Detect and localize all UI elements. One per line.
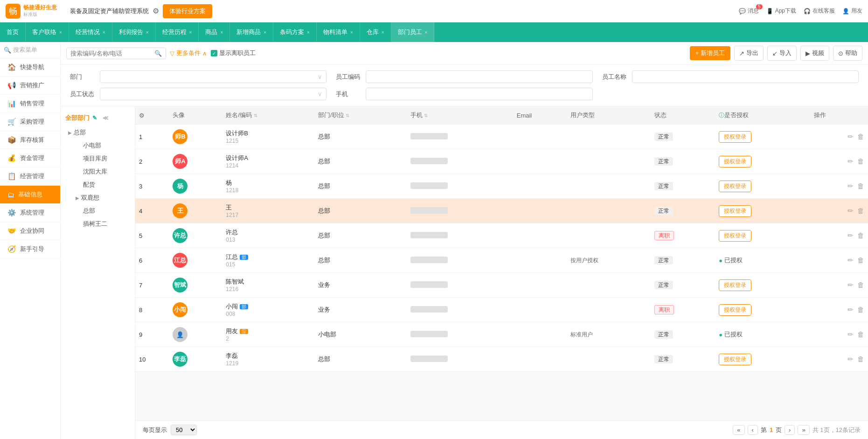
dept-item-配货[interactable]: 配货 bbox=[61, 178, 135, 191]
col-header-name_code[interactable]: 姓名/编码 ⇅ bbox=[222, 106, 314, 125]
edit-button[interactable]: ✏ bbox=[847, 281, 854, 289]
delete-button[interactable]: 🗑 bbox=[857, 207, 864, 215]
auth-button[interactable]: 授权登录 bbox=[719, 354, 751, 365]
add-employee-button[interactable]: + 新增员工 bbox=[690, 46, 730, 60]
message-button[interactable]: 💬 消息 5 bbox=[739, 7, 759, 15]
nav-tab-商品[interactable]: 商品× bbox=[199, 22, 230, 42]
edit-button[interactable]: ✏ bbox=[847, 306, 854, 314]
next-page-button[interactable]: › bbox=[785, 425, 795, 435]
sidebar-item-库存核算[interactable]: 📦库存核算 bbox=[0, 131, 60, 149]
export-button[interactable]: ↗ 导出 bbox=[734, 46, 764, 61]
view-button[interactable]: ▶ 视频 bbox=[800, 46, 829, 61]
delete-button[interactable]: 🗑 bbox=[857, 330, 864, 339]
close-tab-icon[interactable]: × bbox=[220, 30, 223, 35]
sidebar-item-采购管理[interactable]: 🛒采购管理 bbox=[0, 113, 60, 131]
dept-item-插树王二[interactable]: 插树王二 bbox=[61, 217, 135, 230]
delete-button[interactable]: 🗑 bbox=[857, 157, 864, 166]
sidebar-item-系统管理[interactable]: ⚙️系统管理 bbox=[0, 204, 60, 222]
nav-tab-客户联络[interactable]: 客户联络× bbox=[26, 22, 69, 42]
auth-button[interactable]: 授权登录 bbox=[719, 205, 751, 217]
close-tab-icon[interactable]: × bbox=[189, 30, 192, 35]
employee-status-select[interactable]: ∨ bbox=[100, 88, 326, 100]
auth-button[interactable]: 授权登录 bbox=[719, 304, 751, 316]
close-tab-icon[interactable]: × bbox=[264, 30, 266, 35]
edit-button[interactable]: ✏ bbox=[847, 355, 854, 363]
close-tab-icon[interactable]: × bbox=[103, 30, 105, 35]
edit-button[interactable]: ✏ bbox=[847, 157, 854, 166]
close-tab-icon[interactable]: × bbox=[382, 30, 384, 35]
experience-button[interactable]: 体验行业方案 bbox=[163, 4, 212, 18]
info-icon[interactable]: ⓘ bbox=[719, 112, 724, 118]
col-header-phone[interactable]: 手机 ⇅ bbox=[407, 106, 513, 125]
delete-button[interactable]: 🗑 bbox=[857, 231, 864, 240]
dept-filter-select[interactable]: ∨ bbox=[100, 70, 326, 83]
import-button[interactable]: ↙ 导入 bbox=[767, 46, 797, 61]
dept-item-总部[interactable]: 总部 bbox=[61, 204, 135, 217]
dept-item-双鹿想[interactable]: ▶双鹿想 bbox=[61, 191, 135, 204]
delete-button[interactable]: 🗑 bbox=[857, 256, 864, 265]
employee-name-input[interactable] bbox=[632, 70, 859, 83]
dept-item-沈阳大库[interactable]: 沈阳大库 bbox=[61, 165, 135, 178]
nav-tab-首页[interactable]: 首页 bbox=[0, 22, 26, 42]
auth-button[interactable]: 授权登录 bbox=[719, 181, 751, 192]
auth-button[interactable]: 授权登录 bbox=[719, 230, 751, 242]
first-page-button[interactable]: « bbox=[733, 425, 744, 435]
auth-button[interactable]: 授权登录 bbox=[719, 279, 751, 291]
sidebar-item-基础信息[interactable]: 🗂基础信息 bbox=[0, 186, 60, 204]
last-page-button[interactable]: » bbox=[798, 425, 809, 435]
show-resigned-checkbox[interactable]: ✓ bbox=[211, 50, 217, 56]
nav-tab-经营历程[interactable]: 经营历程× bbox=[156, 22, 199, 42]
edit-button[interactable]: ✏ bbox=[847, 207, 854, 215]
help-button[interactable]: ⊙ 帮助 bbox=[833, 46, 862, 61]
sidebar-item-企业协同[interactable]: 🤝企业协同 bbox=[0, 222, 60, 240]
close-tab-icon[interactable]: × bbox=[307, 30, 310, 35]
nav-tab-新增商品[interactable]: 新增商品× bbox=[230, 22, 273, 42]
gear-icon[interactable]: ⚙ bbox=[153, 7, 159, 15]
nav-tab-物料清单[interactable]: 物料清单× bbox=[317, 22, 360, 42]
phone-filter-input[interactable] bbox=[366, 88, 592, 100]
dept-collapse-button[interactable]: ≪ bbox=[100, 113, 111, 123]
nav-tab-部门员工[interactable]: 部门员工× bbox=[391, 22, 435, 42]
nav-tab-经营情况[interactable]: 经营情况× bbox=[69, 22, 112, 42]
delete-button[interactable]: 🗑 bbox=[857, 355, 864, 363]
dept-all-header[interactable]: 全部部门✎≪ bbox=[61, 110, 135, 126]
auth-button[interactable]: 授权登录 bbox=[719, 131, 751, 143]
employee-code-input[interactable] bbox=[366, 70, 592, 83]
expand-arrow-icon[interactable]: ▶ bbox=[68, 130, 72, 135]
show-resigned-toggle[interactable]: ✓ 显示离职员工 bbox=[211, 49, 256, 57]
dept-item-项目库房[interactable]: 项目库房 bbox=[61, 152, 135, 165]
edit-button[interactable]: ✏ bbox=[847, 182, 854, 190]
sidebar-item-销售管理[interactable]: 📊销售管理 bbox=[0, 95, 60, 113]
close-tab-icon[interactable]: × bbox=[146, 30, 149, 35]
nav-tab-利润报告[interactable]: 利润报告× bbox=[112, 22, 156, 42]
online-service-button[interactable]: 🎧 在线客服 bbox=[804, 7, 835, 15]
close-tab-icon[interactable]: × bbox=[59, 30, 62, 35]
dept-edit-icon[interactable]: ✎ bbox=[92, 115, 97, 121]
delete-button[interactable]: 🗑 bbox=[857, 132, 864, 141]
sidebar-item-快捷导航[interactable]: 🏠快捷导航 bbox=[0, 58, 60, 77]
col-header-authorized[interactable]: ⓘ是否授权 bbox=[715, 106, 810, 125]
edit-button[interactable]: ✏ bbox=[847, 231, 854, 240]
delete-button[interactable]: 🗑 bbox=[857, 306, 864, 314]
dept-item-总部[interactable]: ▶总部 bbox=[61, 126, 135, 139]
user-button[interactable]: 👤 用友 bbox=[842, 7, 862, 15]
dept-item-小电部[interactable]: 小电部 bbox=[61, 139, 135, 152]
per-page-select[interactable]: 50 20 100 bbox=[171, 425, 197, 435]
delete-button[interactable]: 🗑 bbox=[857, 182, 864, 190]
search-input[interactable] bbox=[70, 50, 154, 57]
sidebar-item-营销推广[interactable]: 📢营销推广 bbox=[0, 77, 60, 95]
more-filter-button[interactable]: ▽ 更多条件 ∧ bbox=[170, 49, 207, 57]
col-header-dept_position[interactable]: 部门/职位 ⇅ bbox=[314, 106, 407, 125]
close-tab-icon[interactable]: × bbox=[425, 30, 428, 35]
edit-button[interactable]: ✏ bbox=[847, 330, 854, 339]
nav-tab-条码方案[interactable]: 条码方案× bbox=[273, 22, 317, 42]
app-download-button[interactable]: 📱 App下载 bbox=[766, 7, 796, 15]
prev-page-button[interactable]: ‹ bbox=[748, 425, 758, 435]
nav-tab-仓库[interactable]: 仓库× bbox=[360, 22, 391, 42]
edit-button[interactable]: ✏ bbox=[847, 256, 854, 265]
auth-button[interactable]: 授权登录 bbox=[719, 156, 751, 167]
sidebar-item-资金管理[interactable]: 💰资金管理 bbox=[0, 149, 60, 167]
sidebar-item-新手引导[interactable]: 🧭新手引导 bbox=[0, 240, 60, 258]
expand-arrow-icon[interactable]: ▶ bbox=[76, 195, 79, 201]
sidebar-item-经营管理[interactable]: 📋经营管理 bbox=[0, 167, 60, 186]
